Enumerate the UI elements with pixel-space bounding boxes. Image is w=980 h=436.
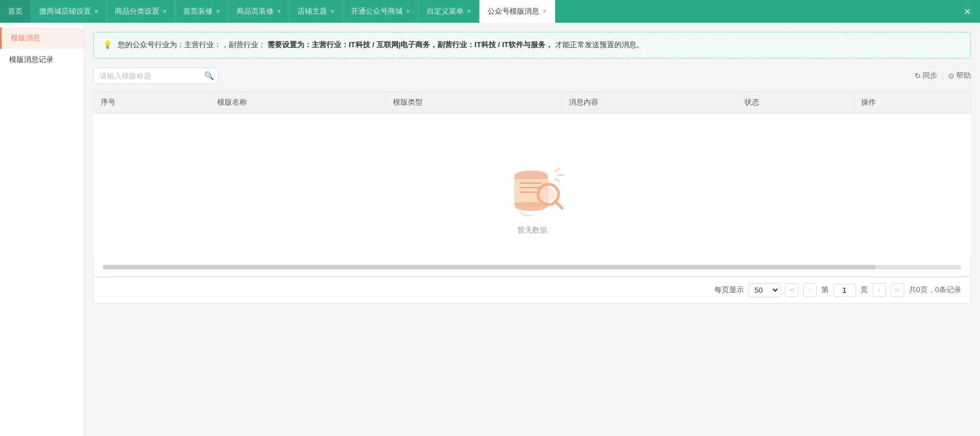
total-info: 共0页，0条记录 [909, 285, 961, 295]
data-table: 序号模版名称模版类型消息内容状态操作 [93, 91, 971, 258]
bulb-icon: 💡 [103, 40, 112, 49]
page-unit: 页 [861, 285, 868, 295]
empty-text: 暂无数据 [94, 225, 971, 235]
sidebar: 模版消息模版消息记录 [0, 23, 84, 436]
tab-close-icon[interactable]: × [467, 8, 471, 15]
tab-close-icon[interactable]: × [163, 8, 167, 15]
tab-close-icon[interactable]: × [330, 8, 334, 15]
notice-box: 💡 您的公众号行业为：主营行业：，副营行业： 需要设置为：主营行业：IT科技 /… [93, 32, 971, 59]
col-header-消息内容: 消息内容 [562, 91, 738, 113]
help-label: 帮助 [956, 70, 971, 81]
nav-tab-公众号模版消息[interactable]: 公众号模版消息 × [479, 0, 555, 23]
sidebar-item-模版消息[interactable]: 模版消息 [0, 27, 84, 49]
notice-text2: 才能正常发送预置的消息。 [555, 40, 644, 49]
help-icon: ⊙ [948, 72, 954, 80]
main-layout: 模版消息模版消息记录 💡 您的公众号行业为：主营行业：，副营行业： 需要设置为：… [0, 23, 980, 436]
nav-tab-首页[interactable]: 首页 [0, 0, 31, 23]
nav-tab-微商城店铺设置[interactable]: 微商城店铺设置 × [31, 0, 107, 23]
col-header-模版名称: 模版名称 [210, 91, 386, 113]
nav-tab-首页装修[interactable]: 首页装修 × [175, 0, 229, 23]
scrollbar-track[interactable] [103, 265, 961, 269]
table-header: 序号模版名称模版类型消息内容状态操作 [94, 91, 971, 113]
search-input-wrap: 🔍 [93, 68, 218, 84]
tab-close-icon[interactable]: × [94, 8, 98, 15]
content-area: 💡 您的公众号行业为：主营行业：，副营行业： 需要设置为：主营行业：IT科技 /… [84, 23, 980, 436]
notice-highlight: 需要设置为：主营行业：IT科技 / 互联网|电子商务，副营行业：IT科技 / I… [267, 40, 553, 49]
col-header-状态: 状态 [738, 91, 854, 113]
nav-tab-自定义菜单[interactable]: 自定义菜单 × [419, 0, 479, 23]
svg-line-8 [555, 201, 562, 208]
scrollbar-thumb[interactable] [103, 265, 875, 269]
help-button[interactable]: ⊙ 帮助 [948, 70, 971, 81]
search-input[interactable] [93, 68, 218, 84]
svg-line-11 [555, 178, 560, 182]
tab-close-icon[interactable]: × [406, 8, 410, 15]
col-header-模版类型: 模版类型 [386, 91, 562, 113]
sync-help-area: ↻ 同步 | ⊙ 帮助 [915, 70, 971, 81]
nav-tab-商品分类设置[interactable]: 商品分类设置 × [107, 0, 175, 23]
first-page-button[interactable]: ⊲ [785, 283, 799, 297]
sidebar-item-模版消息记录[interactable]: 模版消息记录 [0, 49, 84, 70]
col-header-序号: 序号 [94, 91, 210, 113]
nav-tab-商品页装修[interactable]: 商品页装修 × [229, 0, 290, 23]
scrollbar-area [93, 258, 971, 277]
empty-state: 暂无数据 [94, 114, 971, 258]
per-page-label: 每页显示 [714, 285, 744, 295]
notice-text1: 您的公众号行业为：主营行业：，副营行业： [118, 40, 266, 49]
nav-tab-店铺主题[interactable]: 店铺主题 × [290, 0, 343, 23]
refresh-icon: ↻ [915, 72, 921, 80]
divider: | [942, 72, 944, 80]
nav-tab-开通公众号商城[interactable]: 开通公众号商城 × [343, 0, 419, 23]
svg-line-9 [555, 168, 560, 172]
top-nav: 首页微商城店铺设置 ×商品分类设置 ×首页装修 ×商品页装修 ×店铺主题 ×开通… [0, 0, 980, 23]
prev-page-button[interactable]: ‹ [803, 283, 817, 297]
table-body: 暂无数据 [94, 113, 971, 258]
tab-close-icon[interactable]: × [277, 8, 281, 15]
col-header-操作: 操作 [854, 91, 971, 113]
search-bar: 🔍 ↻ 同步 | ⊙ 帮助 [93, 68, 971, 84]
per-page-select[interactable]: 50 20 100 [749, 283, 780, 297]
close-all-button[interactable]: ✕ [954, 6, 980, 17]
page-input[interactable] [833, 284, 856, 297]
svg-point-7 [541, 188, 555, 201]
pagination: 每页显示 50 20 100 ⊲ ‹ 第 页 › ⊳ 共0页，0条记录 [93, 277, 971, 304]
tab-close-icon[interactable]: × [543, 8, 547, 15]
sync-button[interactable]: ↻ 同步 [915, 70, 937, 81]
sync-label: 同步 [923, 70, 937, 81]
empty-icon [498, 148, 567, 216]
last-page-button[interactable]: ⊳ [891, 283, 904, 297]
tab-close-icon[interactable]: × [216, 8, 220, 15]
search-icon[interactable]: 🔍 [204, 71, 214, 80]
page-label: 第 [821, 285, 829, 295]
next-page-button[interactable]: › [873, 283, 886, 297]
